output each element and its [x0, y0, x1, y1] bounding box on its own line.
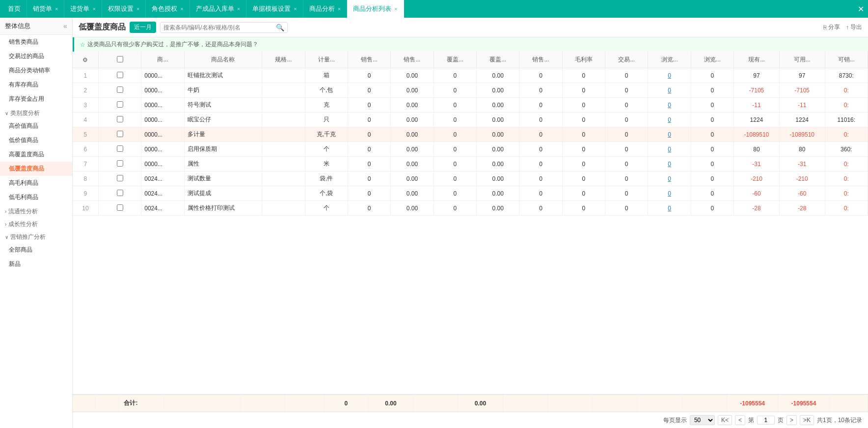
row-checkbox[interactable]	[98, 98, 141, 113]
close-icon[interactable]: ×	[338, 6, 341, 12]
sidebar-collapse-button[interactable]: «	[63, 22, 67, 30]
row-checkbox[interactable]	[98, 157, 141, 171]
nav-tab-permission[interactable]: 权限设置 ×	[102, 0, 146, 18]
close-icon[interactable]: ×	[92, 6, 95, 12]
sidebar-item-high-value[interactable]: 高价值商品	[0, 119, 72, 133]
col-browse1[interactable]: 浏览...	[648, 52, 691, 68]
row-browse1[interactable]: 0	[648, 98, 691, 113]
row-browse1[interactable]: 0	[648, 157, 691, 171]
export-button[interactable]: ↑ 导出	[846, 23, 862, 31]
sidebar-item-low-margin[interactable]: 低毛利商品	[0, 190, 72, 204]
sidebar-group-marketing[interactable]: ∨ 营销推广分析	[0, 230, 72, 243]
row-select-checkbox[interactable]	[117, 101, 123, 108]
prev-page-button[interactable]: <	[735, 415, 745, 425]
row-checkbox[interactable]	[98, 186, 141, 201]
row-browse1[interactable]: 0	[648, 127, 691, 142]
sidebar-item-low-value[interactable]: 低价值商品	[0, 133, 72, 147]
nav-tab-template[interactable]: 单据模板设置 ×	[246, 0, 303, 18]
row-browse1[interactable]: 0	[648, 171, 691, 186]
col-stock3[interactable]: 可销...	[825, 52, 868, 68]
col-gear[interactable]: ⚙	[73, 52, 98, 68]
page-number-input[interactable]	[757, 416, 775, 425]
sidebar-group-category[interactable]: ∨ 类别度分析	[0, 106, 72, 119]
nav-tab-role[interactable]: 角色授权 ×	[146, 0, 190, 18]
nav-tab-analysis-list[interactable]: 商品分析列表 ×	[347, 0, 404, 18]
next-page-button[interactable]: >	[787, 415, 797, 425]
sidebar-item-sales-goods[interactable]: 销售类商品	[0, 35, 72, 49]
col-cov2[interactable]: 覆盖...	[476, 52, 519, 68]
browse-link[interactable]: 0	[668, 146, 671, 153]
nav-tab-sales[interactable]: 销货单 ×	[27, 0, 64, 18]
col-sales1[interactable]: 销售...	[348, 52, 390, 68]
row-checkbox[interactable]	[98, 83, 141, 98]
col-trade[interactable]: 交易...	[605, 52, 648, 68]
browse-link[interactable]: 0	[668, 175, 671, 182]
sidebar-item-traded-goods[interactable]: 交易过的商品	[0, 49, 72, 63]
col-stock1[interactable]: 现有...	[734, 52, 780, 68]
col-sales3[interactable]: 销售...	[519, 52, 562, 68]
period-button-month[interactable]: 近一月	[130, 22, 156, 33]
nav-tab-home[interactable]: 首页	[2, 0, 27, 18]
sidebar-group-growth[interactable]: › 成长性分析	[0, 217, 72, 230]
row-browse1[interactable]: 0	[648, 186, 691, 201]
col-name[interactable]: 商品名称	[184, 52, 262, 68]
row-select-checkbox[interactable]	[117, 116, 123, 122]
sidebar-item-high-margin[interactable]: 高毛利商品	[0, 176, 72, 190]
nav-tab-purchase[interactable]: 进货单 ×	[64, 0, 102, 18]
browse-link[interactable]: 0	[668, 131, 671, 138]
close-icon[interactable]: ×	[237, 6, 240, 12]
search-input[interactable]	[163, 24, 276, 31]
browse-link[interactable]: 0	[668, 161, 671, 168]
browse-link[interactable]: 0	[668, 102, 671, 109]
sidebar-item-new-goods[interactable]: 新品	[0, 257, 72, 271]
sidebar-item-all-goods[interactable]: 全部商品	[0, 243, 72, 257]
col-code[interactable]: 商...	[141, 52, 184, 68]
sidebar-group-flow[interactable]: › 流通性分析	[0, 204, 72, 217]
browse-link[interactable]: 0	[668, 72, 671, 79]
row-checkbox[interactable]	[98, 142, 141, 157]
close-icon[interactable]: ×	[394, 6, 397, 12]
row-browse1[interactable]: 0	[648, 83, 691, 98]
col-checkbox[interactable]	[98, 52, 141, 68]
sidebar-item-in-stock[interactable]: 有库存商品	[0, 78, 72, 92]
nav-tab-production[interactable]: 产成品入库单 ×	[190, 0, 246, 18]
row-browse1[interactable]: 0	[648, 113, 691, 127]
first-page-button[interactable]: K<	[718, 415, 732, 425]
close-icon[interactable]: ×	[55, 6, 58, 12]
col-browse2[interactable]: 浏览...	[691, 52, 733, 68]
row-checkbox[interactable]	[98, 171, 141, 186]
row-browse1[interactable]: 0	[648, 142, 691, 157]
last-page-button[interactable]: >K	[800, 415, 814, 425]
close-icon[interactable]: ×	[294, 6, 297, 12]
row-select-checkbox[interactable]	[117, 160, 123, 167]
row-select-checkbox[interactable]	[117, 190, 123, 196]
col-stock2[interactable]: 可用...	[779, 52, 825, 68]
page-size-select[interactable]: 50 100 200	[690, 415, 715, 425]
sidebar-item-stock-capital[interactable]: 库存资金占用	[0, 92, 72, 106]
table-container[interactable]: ⚙ 商... 商品名称 规格... 计量... 销售... 销售... 覆盖..…	[73, 52, 868, 394]
col-sales2[interactable]: 销售...	[391, 52, 434, 68]
row-checkbox[interactable]	[98, 127, 141, 142]
share-button[interactable]: ⎘ 分享	[823, 23, 840, 31]
browse-link[interactable]: 0	[668, 87, 671, 94]
row-checkbox[interactable]	[98, 113, 141, 127]
sidebar-item-low-coverage[interactable]: 低覆盖度商品	[0, 162, 72, 176]
sidebar-item-high-coverage[interactable]: 高覆盖度商品	[0, 147, 72, 162]
row-browse1[interactable]: 0	[648, 68, 691, 83]
row-checkbox[interactable]	[98, 68, 141, 83]
browse-link[interactable]: 0	[668, 205, 671, 212]
col-spec[interactable]: 规格...	[262, 52, 305, 68]
col-unit[interactable]: 计量...	[305, 52, 348, 68]
browse-link[interactable]: 0	[668, 116, 671, 123]
row-select-checkbox[interactable]	[117, 145, 123, 152]
sidebar-item-category-rate[interactable]: 商品分类动销率	[0, 63, 72, 78]
nav-tab-analysis[interactable]: 商品分析 ×	[303, 0, 347, 18]
close-icon[interactable]: ×	[180, 6, 183, 12]
window-close-button[interactable]: ✕	[858, 4, 864, 14]
row-select-checkbox[interactable]	[117, 175, 123, 181]
search-icon[interactable]: 🔍	[276, 24, 284, 31]
row-select-checkbox[interactable]	[117, 204, 123, 211]
row-select-checkbox[interactable]	[117, 72, 123, 78]
row-select-checkbox[interactable]	[117, 131, 123, 137]
browse-link[interactable]: 0	[668, 190, 671, 197]
